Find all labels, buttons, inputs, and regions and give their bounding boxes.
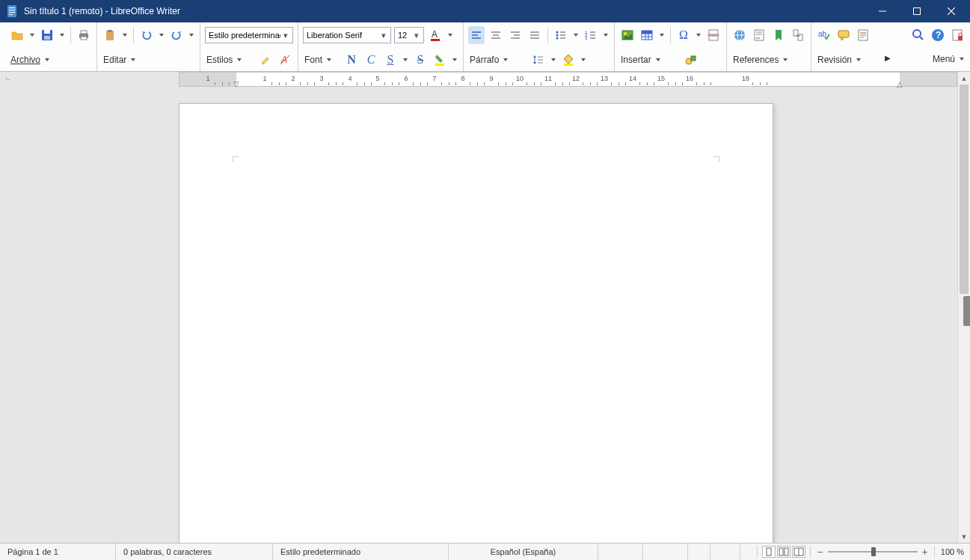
- underline-dropdown-icon[interactable]: [402, 56, 409, 64]
- view-book-button[interactable]: [792, 546, 805, 558]
- styles-menu-label[interactable]: Estilos: [206, 55, 233, 65]
- redo-button[interactable]: [168, 26, 185, 44]
- zoom-out-icon[interactable]: −: [817, 546, 823, 558]
- paragraph-bgcolor-button[interactable]: [560, 51, 577, 69]
- paragraph-menu-label[interactable]: Párrafo: [470, 55, 499, 65]
- bold-button[interactable]: N: [343, 51, 360, 69]
- maximize-button[interactable]: [900, 0, 934, 22]
- view-multi-page-button[interactable]: [777, 546, 791, 558]
- zoom-track[interactable]: [828, 551, 918, 553]
- help-button[interactable]: ?: [930, 26, 946, 44]
- insert-comment-button[interactable]: [835, 26, 852, 44]
- scroll-thumb[interactable]: [960, 84, 969, 294]
- save-button[interactable]: [39, 26, 55, 44]
- edit-menu-label[interactable]: Editar: [103, 55, 126, 65]
- font-menu-dropdown-icon[interactable]: [325, 56, 333, 64]
- insert-table-button[interactable]: [639, 26, 655, 44]
- underline-button[interactable]: S: [382, 51, 399, 69]
- number-list-button[interactable]: 123: [583, 26, 599, 44]
- scroll-up-icon[interactable]: ▲: [958, 72, 970, 84]
- styles-menu-dropdown-icon[interactable]: [236, 56, 243, 64]
- line-spacing-button[interactable]: [530, 51, 547, 69]
- undo-button[interactable]: [138, 26, 155, 44]
- menu-label[interactable]: Menú: [933, 54, 955, 64]
- scroll-down-icon[interactable]: ▼: [958, 530, 970, 543]
- minimize-button[interactable]: [865, 0, 900, 22]
- bullet-dropdown-icon[interactable]: [572, 31, 580, 39]
- align-right-button[interactable]: [507, 26, 524, 44]
- undo-dropdown-icon[interactable]: [158, 31, 165, 39]
- symbol-dropdown-icon[interactable]: [695, 31, 702, 39]
- zoom-value[interactable]: 100 %: [935, 547, 970, 556]
- highlight-dropdown-icon[interactable]: [451, 56, 458, 64]
- bullet-list-button[interactable]: [553, 26, 569, 44]
- insert-symbol-button[interactable]: Ω: [675, 26, 692, 44]
- review-dropdown-icon[interactable]: [855, 56, 862, 64]
- insert-draw-button[interactable]: [683, 51, 699, 69]
- strikethrough-button[interactable]: S: [412, 51, 429, 69]
- track-changes-button[interactable]: [855, 26, 871, 44]
- insert-footnote-button[interactable]: [751, 26, 767, 44]
- align-justify-button[interactable]: [527, 26, 543, 44]
- insert-image-button[interactable]: [619, 26, 636, 44]
- font-color-button[interactable]: A: [427, 26, 443, 44]
- paragraph-menu-dropdown-icon[interactable]: [502, 56, 509, 64]
- insert-crossref-button[interactable]: [790, 26, 806, 44]
- zoom-slider[interactable]: − +: [811, 546, 934, 558]
- close-button[interactable]: [934, 0, 969, 22]
- font-menu-label[interactable]: Font: [304, 55, 322, 65]
- status-language[interactable]: Español (España): [449, 544, 598, 560]
- toolbar-overflow-button[interactable]: ▶: [879, 49, 897, 67]
- sidebar-toggle[interactable]: [963, 296, 970, 326]
- find-button[interactable]: [910, 26, 927, 44]
- align-left-button[interactable]: [468, 26, 485, 44]
- references-dropdown-icon[interactable]: [782, 56, 789, 64]
- status-wordcount[interactable]: 0 palabras, 0 caracteres: [116, 544, 273, 560]
- font-size-combo[interactable]: 12 ▾: [394, 27, 424, 43]
- font-color-dropdown-icon[interactable]: [446, 31, 454, 39]
- references-menu-label[interactable]: References: [733, 55, 779, 65]
- paste-button[interactable]: [102, 26, 118, 44]
- document-area[interactable]: [0, 88, 957, 543]
- spellcheck-button[interactable]: ab: [816, 26, 832, 44]
- status-page[interactable]: Página 1 de 1: [0, 544, 116, 560]
- number-dropdown-icon[interactable]: [602, 31, 610, 39]
- bgcolor-dropdown-icon[interactable]: [580, 56, 587, 64]
- open-button[interactable]: [9, 26, 25, 44]
- horizontal-ruler[interactable]: ▽ △ 11234567891011121314151618: [179, 72, 957, 87]
- paste-dropdown-icon[interactable]: [121, 31, 129, 39]
- redo-dropdown-icon[interactable]: [188, 31, 195, 39]
- menu-dropdown-icon[interactable]: [958, 55, 966, 63]
- insert-menu-label[interactable]: Insertar: [621, 55, 651, 65]
- status-insert-mode[interactable]: [598, 544, 643, 560]
- zoom-thumb[interactable]: [871, 547, 876, 556]
- clear-format-icon[interactable]: A: [277, 51, 293, 69]
- view-single-page-button[interactable]: [762, 546, 776, 558]
- save-dropdown-icon[interactable]: [58, 31, 66, 39]
- align-center-button[interactable]: [488, 26, 504, 44]
- review-menu-label[interactable]: Revisión: [817, 55, 852, 65]
- page[interactable]: [179, 103, 773, 543]
- insert-pagebreak-button[interactable]: [705, 26, 722, 44]
- print-button[interactable]: [76, 26, 92, 44]
- indent-marker-right[interactable]: △: [897, 80, 903, 88]
- edit-menu-dropdown-icon[interactable]: [129, 56, 137, 64]
- file-menu-label[interactable]: Archivo: [10, 55, 40, 65]
- status-selection-mode[interactable]: [643, 544, 688, 560]
- insert-hyperlink-button[interactable]: [731, 26, 748, 44]
- paragraph-style-combo[interactable]: Estilo predeterminado ▾: [205, 27, 293, 43]
- status-modified[interactable]: [688, 544, 710, 560]
- file-menu-dropdown-icon[interactable]: [43, 56, 51, 64]
- table-dropdown-icon[interactable]: [658, 31, 666, 39]
- insert-bookmark-button[interactable]: [770, 26, 787, 44]
- insert-menu-dropdown-icon[interactable]: [654, 56, 662, 64]
- italic-button[interactable]: C: [363, 51, 379, 69]
- highlighter-icon[interactable]: [257, 51, 274, 69]
- highlight-color-button[interactable]: [432, 51, 448, 69]
- lock-edit-button[interactable]: [949, 26, 966, 44]
- status-signature[interactable]: [710, 544, 740, 560]
- status-style[interactable]: Estilo predeterminado: [273, 544, 449, 560]
- font-name-combo[interactable]: Liberation Serif ▾: [303, 27, 391, 43]
- spacing-dropdown-icon[interactable]: [550, 56, 557, 64]
- zoom-in-icon[interactable]: +: [922, 546, 928, 558]
